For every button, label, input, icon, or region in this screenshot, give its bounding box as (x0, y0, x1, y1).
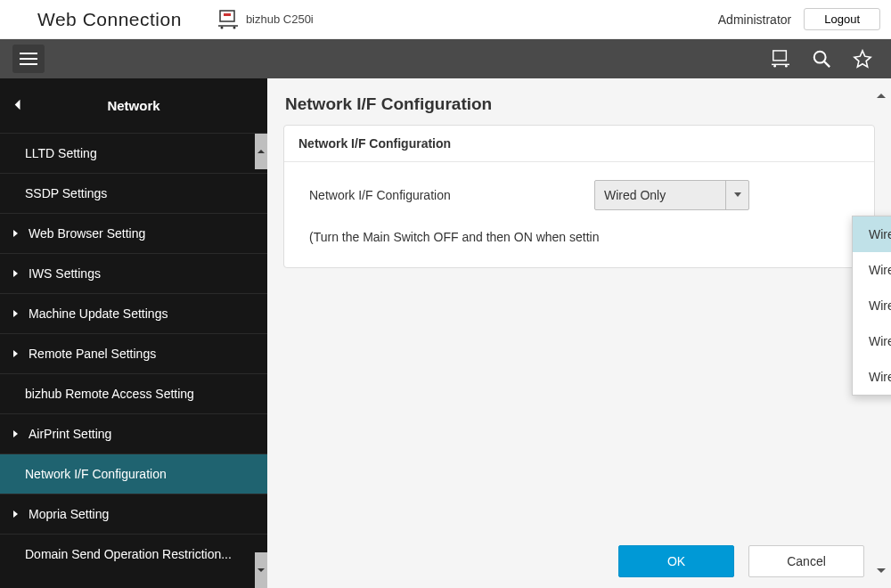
user-label: Administrator (718, 12, 791, 27)
svg-rect-7 (20, 63, 37, 65)
cancel-button[interactable]: Cancel (748, 545, 864, 577)
sidebar-item-web-browser[interactable]: Web Browser Setting (0, 214, 267, 254)
form-row-network-if: Network I/F Configuration Wired Only (309, 180, 849, 210)
panel-body: Network I/F Configuration Wired Only (Tu… (284, 162, 874, 267)
sidebar-scroll-down[interactable] (255, 552, 267, 588)
svg-point-12 (814, 52, 826, 63)
dropdown-option-wired-wireless-primary[interactable]: Wired + Wireless (Primary Mode) (853, 323, 891, 359)
chevron-right-icon (12, 429, 21, 438)
device-status-icon[interactable] (764, 43, 797, 75)
chevron-right-icon (12, 349, 21, 358)
sidebar-header: Network (0, 78, 267, 134)
sidebar-item-label: Mopria Setting (29, 507, 109, 521)
dropdown-option-wired-wireless-wifidirect[interactable]: Wired + Wireless (Wi-Fi Direct) (853, 359, 891, 395)
panel-header: Network I/F Configuration (284, 126, 874, 162)
sidebar-title: Network (107, 98, 159, 113)
sidebar-item-label: IWS Settings (29, 266, 101, 281)
svg-rect-8 (773, 51, 787, 61)
device-icon (217, 10, 239, 29)
brand-title: Web Connection (37, 9, 182, 30)
sidebar-item-lltd[interactable]: LLTD Setting (0, 134, 267, 174)
form-label: Network I/F Configuration (309, 188, 594, 202)
search-icon[interactable] (805, 43, 838, 75)
page-title: Network I/F Configuration (267, 78, 891, 125)
svg-point-11 (785, 65, 788, 68)
network-if-select[interactable]: Wired Only (594, 180, 749, 210)
svg-line-13 (824, 61, 830, 67)
sidebar-scroll-up[interactable] (255, 134, 267, 169)
sidebar-item-label: Network I/F Configuration (25, 467, 167, 481)
chevron-right-icon (12, 510, 21, 519)
sidebar-item-label: Web Browser Setting (29, 226, 145, 241)
sidebar-item-ssdp[interactable]: SSDP Settings (0, 174, 267, 214)
sidebar-item-bizhub-remote-access[interactable]: bizhub Remote Access Setting (0, 374, 267, 414)
ok-button[interactable]: OK (618, 545, 734, 577)
footer-buttons: OK Cancel (618, 545, 864, 577)
dropdown-option-wired-wireless-sec[interactable]: Wired + Wireless (Sec. Mode) (853, 288, 891, 323)
sidebar-item-label: bizhub Remote Access Setting (25, 387, 194, 401)
network-if-dropdown: Wired Only Wireless Only Wired + Wireles… (852, 216, 891, 396)
hamburger-menu-button[interactable] (12, 45, 45, 73)
select-value: Wired Only (604, 188, 666, 202)
config-panel: Network I/F Configuration Network I/F Co… (283, 125, 875, 268)
sidebar-item-airprint[interactable]: AirPrint Setting (0, 414, 267, 454)
sidebar-item-label: AirPrint Setting (29, 427, 111, 441)
logout-button[interactable]: Logout (804, 8, 880, 30)
caret-down-icon (725, 181, 748, 209)
sidebar-item-network-if-config[interactable]: Network I/F Configuration (0, 454, 267, 494)
device-name: bizhub C250i (246, 12, 314, 26)
sidebar-back-button[interactable] (12, 98, 21, 113)
sidebar-item-machine-update[interactable]: Machine Update Settings (0, 294, 267, 334)
sidebar-item-label: Machine Update Settings (29, 306, 168, 321)
dropdown-option-wireless-only[interactable]: Wireless Only (853, 252, 891, 288)
sidebar-item-domain-send-restriction[interactable]: Domain Send Operation Restriction... (0, 535, 267, 574)
svg-rect-5 (20, 53, 37, 54)
sidebar-item-label: SSDP Settings (25, 186, 107, 200)
sidebar: Network LLTD Setting SSDP Settings Web B… (0, 78, 267, 588)
star-icon[interactable] (846, 43, 879, 75)
sidebar-item-mopria[interactable]: Mopria Setting (0, 494, 267, 535)
chevron-right-icon (12, 269, 21, 278)
top-header: Web Connection bizhub C250i Administrato… (0, 0, 891, 39)
sidebar-item-label: Remote Panel Settings (29, 347, 156, 361)
svg-rect-6 (20, 58, 37, 60)
main-content: Network I/F Configuration Network I/F Co… (267, 78, 891, 588)
sidebar-list: LLTD Setting SSDP Settings Web Browser S… (0, 134, 267, 588)
form-hint: (Turn the Main Switch OFF and then ON wh… (309, 230, 849, 244)
dark-toolbar (0, 39, 891, 78)
dropdown-option-wired-only[interactable]: Wired Only (853, 216, 891, 252)
sidebar-item-label: LLTD Setting (25, 146, 97, 160)
svg-point-3 (220, 26, 223, 29)
chevron-right-icon (12, 309, 21, 318)
sidebar-item-iws[interactable]: IWS Settings (0, 254, 267, 294)
sidebar-item-label: Domain Send Operation Restriction... (25, 547, 232, 561)
sidebar-item-remote-panel[interactable]: Remote Panel Settings (0, 334, 267, 374)
svg-point-10 (773, 65, 776, 68)
chevron-right-icon (12, 229, 21, 238)
svg-point-4 (233, 26, 235, 29)
main-scroll-down[interactable] (875, 552, 887, 588)
main-scroll-up[interactable] (875, 78, 887, 114)
svg-rect-1 (224, 13, 231, 16)
